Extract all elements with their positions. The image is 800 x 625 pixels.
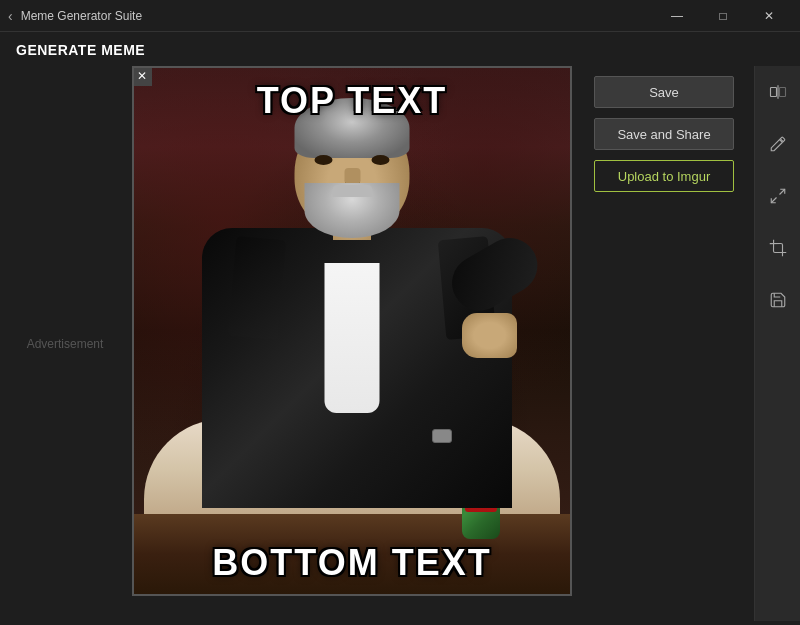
meme-area: ✕ — [130, 66, 574, 621]
main-content: Advertisement ✕ — [0, 66, 800, 621]
left-lapel — [228, 236, 287, 340]
eyes-area — [315, 151, 390, 169]
back-button[interactable]: ‹ — [8, 8, 13, 24]
floppy-disk-icon — [769, 291, 787, 309]
right-action-panel: Save Save and Share Upload to Imgur — [574, 66, 754, 621]
watch — [432, 429, 452, 443]
svg-rect-1 — [779, 88, 785, 97]
crop-button[interactable] — [760, 230, 796, 266]
expand-button[interactable] — [760, 178, 796, 214]
save-disk-button[interactable] — [760, 282, 796, 318]
left-eye — [315, 155, 333, 165]
save-share-button[interactable]: Save and Share — [594, 118, 734, 150]
far-right-toolbar — [754, 66, 800, 621]
title-bar: ‹ Meme Generator Suite — □ ✕ — [0, 0, 800, 32]
right-eye — [372, 155, 390, 165]
window-controls: — □ ✕ — [654, 0, 792, 32]
svg-line-4 — [771, 198, 776, 203]
upload-imgur-button[interactable]: Upload to Imgur — [594, 160, 734, 192]
save-button[interactable]: Save — [594, 76, 734, 108]
close-button[interactable]: ✕ — [746, 0, 792, 32]
advertisement-label: Advertisement — [27, 337, 104, 351]
minimize-button[interactable]: — — [654, 0, 700, 32]
title-bar-left: ‹ Meme Generator Suite — [8, 8, 142, 24]
app-title: Meme Generator Suite — [21, 9, 142, 23]
mustache — [332, 185, 372, 197]
expand-icon — [769, 187, 787, 205]
meme-image: DOS XX TOP TEXT BOTTOM TEXT — [134, 68, 570, 594]
advertisement-sidebar: Advertisement — [0, 66, 130, 621]
maximize-button[interactable]: □ — [700, 0, 746, 32]
shirt — [325, 263, 380, 413]
meme-close-button[interactable]: ✕ — [132, 66, 152, 86]
meme-container: ✕ — [132, 66, 572, 596]
crop-icon — [769, 239, 787, 257]
fist — [462, 313, 517, 358]
svg-line-3 — [779, 189, 784, 194]
page-title: GENERATE MEME — [16, 42, 145, 58]
meme-bottom-text: BOTTOM TEXT — [134, 542, 570, 584]
flip-icon — [769, 83, 787, 101]
head — [295, 113, 410, 233]
edit-button[interactable] — [760, 126, 796, 162]
person-figure — [172, 118, 532, 548]
svg-rect-0 — [770, 88, 776, 97]
flip-button[interactable] — [760, 74, 796, 110]
page-header: GENERATE MEME — [0, 32, 800, 66]
pencil-icon — [769, 135, 787, 153]
meme-top-text: TOP TEXT — [134, 80, 570, 122]
